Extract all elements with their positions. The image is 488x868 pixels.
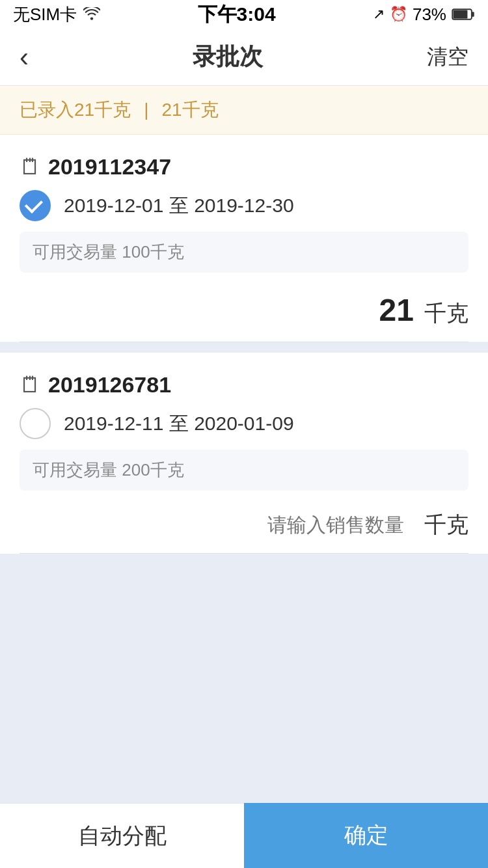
svg-rect-1 xyxy=(454,10,468,19)
back-button[interactable]: ‹ xyxy=(20,44,29,71)
status-bar-time: 下午3:04 xyxy=(198,1,276,28)
svg-rect-2 xyxy=(472,12,474,17)
batch-row-2[interactable]: 2019-12-11 至 2020-01-09 xyxy=(20,408,468,439)
recorded-label: 已录入21千克 xyxy=(20,98,131,122)
batch-card-2: 🗒 2019126781 2019-12-11 至 2020-01-09 可用交… xyxy=(0,353,488,554)
radio-1[interactable] xyxy=(20,190,51,221)
location-icon: ↗ xyxy=(373,6,385,23)
batch-card-1: 🗒 2019112347 2019-12-01 至 2019-12-30 可用交… xyxy=(0,135,488,342)
batch-amount-row-1: 21 千克 xyxy=(20,286,468,342)
info-banner: 已录入21千克 | 21千克 xyxy=(0,86,488,135)
batch-header-1: 🗒 2019112347 xyxy=(20,154,468,180)
batch-avail-1: 可用交易量 100千克 xyxy=(20,232,468,273)
confirm-button[interactable]: 确定 xyxy=(244,803,488,868)
auto-distribute-button[interactable]: 自动分配 xyxy=(0,803,244,868)
status-bar: 无SIM卡 下午3:04 ↗ ⏰ 73% xyxy=(0,0,488,29)
alarm-icon: ⏰ xyxy=(390,6,407,23)
status-bar-left: 无SIM卡 xyxy=(13,3,100,26)
batch-header-2: 🗒 2019126781 xyxy=(20,372,468,398)
batch-row-1[interactable]: 2019-12-01 至 2019-12-30 xyxy=(20,190,468,221)
section-divider xyxy=(0,342,488,353)
nav-bar: ‹ 录批次 清空 xyxy=(0,29,488,86)
batch-id-1: 2019112347 xyxy=(48,154,171,180)
batch-date-2: 2019-12-11 至 2020-01-09 xyxy=(64,411,294,437)
batch-avail-2: 可用交易量 200千克 xyxy=(20,450,468,491)
page-title: 录批次 xyxy=(193,41,263,73)
batch-input-row-2: 千克 xyxy=(20,504,468,554)
batch-doc-icon-2: 🗒 xyxy=(20,372,42,398)
wifi-icon xyxy=(83,5,100,25)
recorded-value: 21千克 xyxy=(161,98,218,122)
batch-amount-unit-1: 千克 xyxy=(424,299,468,329)
status-bar-right: ↗ ⏰ 73% xyxy=(373,5,475,25)
bottom-buttons: 自动分配 确定 xyxy=(0,803,488,868)
info-divider: | xyxy=(144,100,148,120)
batch-input-unit-2: 千克 xyxy=(424,510,468,540)
batch-amount-value-1: 21 xyxy=(379,292,414,328)
clear-button[interactable]: 清空 xyxy=(427,43,468,72)
batch-date-1: 2019-12-01 至 2019-12-30 xyxy=(64,193,294,219)
battery-icon xyxy=(452,8,475,21)
radio-2[interactable] xyxy=(20,408,51,439)
empty-area xyxy=(0,554,488,827)
batch-id-2: 2019126781 xyxy=(48,372,171,398)
battery-percent: 73% xyxy=(413,5,446,25)
quantity-input-2[interactable] xyxy=(206,514,414,536)
sim-text: 无SIM卡 xyxy=(13,3,77,26)
batch-doc-icon-1: 🗒 xyxy=(20,154,42,180)
